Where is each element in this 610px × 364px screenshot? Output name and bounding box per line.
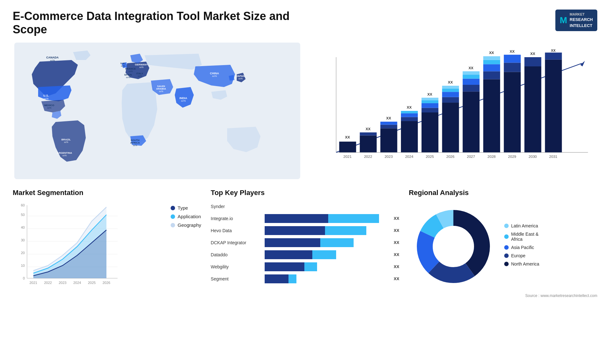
svg-text:2021: 2021 — [30, 281, 37, 285]
svg-rect-83 — [504, 72, 521, 152]
logo-box: M MARKET RESEARCH INTELLECT — [555, 10, 597, 31]
dckap-seg2 — [320, 238, 354, 247]
svg-text:xx%: xx% — [133, 144, 137, 146]
integrate-bar-container — [265, 214, 388, 223]
dataddo-seg1 — [265, 250, 312, 259]
webgility-seg1 — [265, 262, 304, 271]
svg-rect-89 — [525, 66, 541, 152]
svg-rect-66 — [442, 86, 459, 89]
svg-text:2029: 2029 — [508, 154, 516, 158]
dataddo-bar-container — [265, 250, 388, 259]
svg-rect-70 — [463, 85, 479, 91]
svg-text:SPAIN: SPAIN — [124, 73, 132, 76]
middle-east-dot — [504, 234, 509, 239]
player-webgility: Webgility XX — [211, 262, 399, 271]
integrate-seg2 — [328, 214, 379, 223]
webgility-bar-container — [265, 262, 388, 271]
asia-pacific-label: Asia Pacific — [511, 245, 534, 250]
svg-rect-50 — [401, 117, 418, 121]
svg-rect-65 — [442, 89, 459, 92]
segmentation-section: Market Segmentation 0 10 20 30 40 50 — [13, 189, 201, 298]
svg-text:xx%: xx% — [64, 141, 68, 143]
regional-title: Regional Analysis — [409, 189, 597, 197]
svg-rect-57 — [422, 103, 438, 108]
regional-legend: Latin America Middle East &Africa Asia P… — [504, 223, 539, 270]
svg-text:GERMANY: GERMANY — [135, 63, 148, 66]
segmentation-svg: 0 10 20 30 40 50 60 2021 — [13, 202, 121, 291]
europe-label: Europe — [511, 253, 525, 258]
svg-rect-62 — [442, 103, 459, 152]
svg-text:XX: XX — [345, 135, 350, 139]
svg-text:xx%: xx% — [121, 65, 125, 67]
bottom-grid: Market Segmentation 0 10 20 30 40 50 — [13, 189, 597, 298]
segmentation-title: Market Segmentation — [13, 189, 201, 197]
logo-m-letter: M — [560, 14, 567, 26]
segment-val: XX — [394, 274, 399, 283]
svg-rect-90 — [525, 57, 541, 66]
bar-chart-section: XX 2021 XX 2022 XX 2023 XX 2024 — [308, 43, 597, 182]
page-title: E-Commerce Data Integration Tool Market … — [13, 10, 299, 36]
regional-section: Regional Analysis La — [409, 189, 597, 298]
svg-rect-59 — [422, 98, 438, 100]
legend-asia-pacific: Asia Pacific — [504, 245, 539, 250]
svg-text:2023: 2023 — [59, 281, 66, 285]
hevo-seg1 — [265, 226, 325, 235]
dataddo-name: Dataddo — [211, 252, 261, 257]
svg-rect-41 — [360, 132, 376, 136]
north-america-dot — [504, 262, 509, 266]
player-synder: Synder — [211, 202, 399, 211]
application-dot — [171, 214, 175, 219]
svg-rect-44 — [380, 128, 397, 152]
svg-text:U.S.: U.S. — [43, 94, 49, 97]
integrate-name: Integrate.io — [211, 216, 261, 221]
svg-text:xx%: xx% — [126, 76, 130, 78]
svg-text:XX: XX — [427, 92, 432, 96]
integrate-bar-inner — [265, 214, 388, 223]
latin-america-label: Latin America — [511, 223, 538, 228]
svg-text:MEXICO: MEXICO — [44, 104, 54, 107]
main-grid: CANADA xx% U.S. xx% MEXICO xx% BRAZIL xx… — [13, 43, 597, 298]
segment-name: Segment — [211, 276, 261, 281]
svg-text:CANADA: CANADA — [46, 56, 59, 59]
svg-text:xx%: xx% — [238, 78, 242, 80]
application-label: Application — [178, 214, 201, 219]
svg-text:2023: 2023 — [384, 154, 393, 158]
map-container: CANADA xx% U.S. xx% MEXICO xx% BRAZIL xx… — [13, 43, 302, 179]
europe-dot — [504, 253, 509, 258]
logo-line3: INTELLECT — [570, 23, 593, 29]
hevo-name: Hevo Data — [211, 228, 261, 233]
middle-east-label: Middle East &Africa — [511, 232, 539, 242]
svg-point-125 — [436, 229, 471, 264]
line-chart-container: 0 10 20 30 40 50 60 2021 — [13, 202, 164, 292]
svg-rect-40 — [360, 136, 376, 152]
webgility-bar-inner — [265, 262, 388, 271]
hevo-bar-inner — [265, 226, 388, 235]
segment-seg2 — [288, 274, 296, 283]
svg-rect-72 — [463, 75, 479, 79]
svg-text:2030: 2030 — [529, 154, 537, 158]
player-dckap: DCKAP Integrator XX — [211, 238, 399, 247]
svg-text:2025: 2025 — [88, 281, 96, 285]
svg-text:0: 0 — [23, 276, 25, 280]
legend-application: Application — [171, 214, 201, 219]
dckap-bar-container — [265, 238, 388, 247]
svg-text:xx%: xx% — [138, 75, 142, 77]
svg-rect-73 — [463, 71, 479, 75]
svg-text:xx%: xx% — [50, 59, 55, 62]
player-dataddo: Dataddo XX — [211, 250, 399, 259]
svg-rect-69 — [463, 91, 479, 152]
legend-latin-america: Latin America — [504, 223, 539, 228]
svg-text:XX: XX — [366, 127, 371, 131]
type-dot — [171, 206, 175, 210]
integrate-seg1 — [265, 214, 328, 223]
svg-text:xx%: xx% — [128, 70, 132, 72]
svg-text:XX: XX — [448, 80, 453, 84]
svg-rect-45 — [380, 125, 397, 129]
bar-chart-svg: XX 2021 XX 2022 XX 2023 XX 2024 — [318, 49, 594, 176]
svg-text:2022: 2022 — [364, 154, 372, 158]
svg-rect-79 — [483, 60, 500, 64]
svg-text:xx%: xx% — [44, 97, 48, 100]
hevo-seg2 — [325, 226, 366, 235]
svg-text:XX: XX — [407, 105, 412, 109]
key-players-title: Top Key Players — [211, 189, 399, 197]
